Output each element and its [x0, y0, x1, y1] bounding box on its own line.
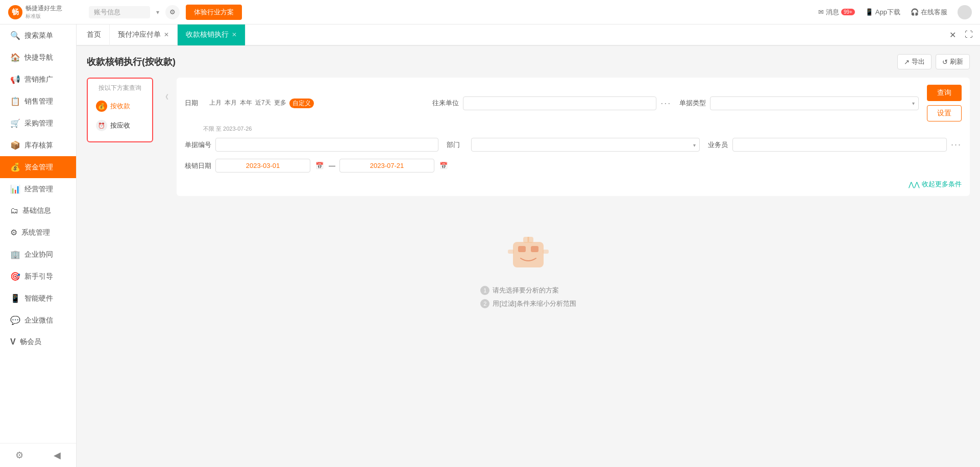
filter-option-by-receivable[interactable]: ⏰ 按应收 — [92, 117, 148, 134]
date-shortcut-this-year[interactable]: 本年 — [240, 99, 252, 108]
calendar-icon-end[interactable]: 📅 — [439, 162, 448, 169]
empty-tips: 1 请先选择要分析的方案 2 用[过滤]条件来缩小分析范围 — [480, 286, 576, 308]
date-hint-row: 不限 至 2023-07-26 — [203, 125, 962, 133]
counterpart-dots[interactable]: ··· — [660, 98, 671, 109]
tab-prepay-close[interactable]: ✕ — [164, 31, 169, 38]
header-account: 账号信息 — [89, 6, 150, 18]
message-btn[interactable]: ✉ 消息 99+ — [818, 8, 855, 17]
doc-type-select[interactable] — [710, 96, 919, 110]
verification-date-label: 核销日期 — [185, 161, 211, 170]
date-shortcuts: 上月 本月 本年 近7天 更多 自定义 — [209, 99, 314, 108]
filter-group-counterpart: 往来单位 ··· — [432, 96, 672, 110]
date-shortcut-custom[interactable]: 自定义 — [289, 99, 314, 108]
query-btn[interactable]: 查询 — [927, 85, 962, 101]
sidebar-item-search-menu[interactable]: 🔍 搜索菜单 — [0, 24, 76, 46]
tab-bar: 首页 预付冲应付单 ✕ 收款核销执行 ✕ ✕ ⛶ — [77, 24, 980, 46]
svg-rect-0 — [513, 242, 544, 267]
tip-text-1: 请先选择要分析的方案 — [493, 286, 559, 295]
online-service-btn[interactable]: 🎧 在线客服 — [911, 8, 947, 17]
trial-btn[interactable]: 体验行业方案 — [186, 5, 242, 20]
sidebar-item-inventory[interactable]: 📦 库存核算 — [0, 134, 76, 156]
sidebar-item-label: 资金管理 — [24, 163, 53, 172]
tab-close-all-btn[interactable]: ✕ — [945, 28, 960, 42]
service-label: 在线客服 — [921, 8, 947, 17]
tab-prepay[interactable]: 预付冲应付单 ✕ — [110, 24, 178, 45]
refresh-btn[interactable]: ↺ 刷新 — [936, 54, 970, 69]
date-shortcut-7days[interactable]: 近7天 — [255, 99, 271, 108]
user-avatar[interactable] — [958, 5, 972, 19]
verification-end-input[interactable] — [339, 159, 434, 173]
by-receipt-label: 按收款 — [110, 102, 130, 111]
date-shortcut-last-month[interactable]: 上月 — [209, 99, 222, 108]
empty-tip-1: 1 请先选择要分析的方案 — [480, 286, 576, 295]
tip-num-2: 2 — [480, 299, 489, 308]
sidebar-item-quick-nav[interactable]: 🏠 快捷导航 — [0, 46, 76, 68]
sidebar-item-smart-hw[interactable]: 📱 智能硬件 — [0, 287, 76, 309]
date-shortcut-more[interactable]: 更多 — [274, 99, 286, 108]
dept-select[interactable] — [471, 138, 700, 152]
doc-number-input[interactable] — [215, 138, 438, 152]
date-shortcut-this-month[interactable]: 本月 — [225, 99, 237, 108]
sidebar-item-label: 基础信息 — [22, 206, 51, 215]
collapse-chevrons: ⋀⋀ — [909, 181, 920, 188]
header-dropdown-icon[interactable]: ▾ — [156, 9, 159, 16]
collapse-more-label: 收起更多条件 — [922, 180, 962, 189]
filter-wrapper: 按以下方案查询 💰 按收款 ⏰ 按应收 《 — [87, 78, 970, 196]
sidebar-item-basic-info[interactable]: 🗂 基础信息 — [0, 200, 76, 222]
sidebar-collapse-btn[interactable]: ◀ — [54, 450, 61, 461]
quick-nav-icon: 🏠 — [10, 53, 20, 62]
sidebar-item-marketing[interactable]: 📢 营销推广 — [0, 68, 76, 90]
top-header: 畅 畅捷通好生意 标准版 账号信息 ▾ ⚙ 体验行业方案 ✉ 消息 99+ 📱 … — [0, 0, 980, 24]
export-btn[interactable]: ↗ 导出 — [897, 54, 932, 69]
sidebar-item-system[interactable]: ⚙ 系统管理 — [0, 222, 76, 243]
counterpart-input[interactable] — [463, 96, 657, 110]
sidebar-item-guide[interactable]: 🎯 新手引导 — [0, 265, 76, 287]
staff-dots[interactable]: ··· — [951, 139, 962, 150]
gear-icon: ⚙ — [169, 8, 176, 16]
filter-main: 日期 上月 本月 本年 近7天 更多 自定义 往来单位 — [177, 78, 970, 196]
logo-area: 畅 畅捷通好生意 标准版 — [8, 4, 85, 20]
sidebar-item-label: 新手引导 — [24, 272, 53, 281]
sidebar-item-operation[interactable]: 📊 经营管理 — [0, 178, 76, 200]
sidebar-item-enterprise[interactable]: 🏢 企业协同 — [0, 243, 76, 265]
filter-group-doc-number: 单据编号 — [185, 138, 438, 152]
message-icon: ✉ — [818, 8, 824, 16]
tab-receipt-label: 收款核销执行 — [186, 30, 229, 39]
sidebar-item-purchase[interactable]: 🛒 采购管理 — [0, 112, 76, 134]
refresh-icon: ↺ — [942, 58, 948, 66]
sidebar: 🔍 搜索菜单 🏠 快捷导航 📢 营销推广 📋 销售管理 🛒 采购管理 📦 库存核… — [0, 24, 77, 467]
tab-expand-btn[interactable]: ⛶ — [962, 28, 976, 42]
purchase-icon: 🛒 — [10, 118, 20, 128]
inventory-icon: 📦 — [10, 140, 20, 150]
date-range-sep: — — [329, 162, 335, 169]
sidebar-item-finance[interactable]: 💰 资金管理 — [0, 156, 76, 178]
staff-input[interactable] — [732, 138, 947, 152]
sidebar-item-member[interactable]: V 畅会员 — [0, 331, 76, 353]
sidebar-settings-btn[interactable]: ⚙ — [15, 450, 23, 461]
tab-home[interactable]: 首页 — [77, 24, 110, 45]
sidebar-item-sales[interactable]: 📋 销售管理 — [0, 90, 76, 112]
empty-tip-2: 2 用[过滤]条件来缩小分析范围 — [480, 299, 576, 308]
verification-start-input[interactable] — [215, 159, 310, 173]
tab-receipt-close[interactable]: ✕ — [232, 31, 237, 38]
tip-text-2: 用[过滤]条件来缩小分析范围 — [493, 299, 576, 308]
tab-receipt[interactable]: 收款核销执行 ✕ — [178, 24, 246, 45]
filter-collapse-btn[interactable]: 《 — [160, 82, 170, 112]
calendar-icon-start[interactable]: 📅 — [315, 162, 324, 169]
doc-type-select-wrap: ▾ — [710, 96, 919, 110]
tip-num-1: 1 — [480, 286, 489, 295]
header-gear-btn[interactable]: ⚙ — [165, 5, 180, 19]
sidebar-item-label: 搜索菜单 — [24, 31, 53, 40]
filter-group-date: 日期 上月 本月 本年 近7天 更多 自定义 — [185, 99, 424, 108]
by-receipt-icon: 💰 — [96, 101, 107, 112]
filter-option-by-receipt[interactable]: 💰 按收款 — [92, 97, 148, 115]
filter-row-2: 单据编号 部门 ▾ 业务员 — [185, 138, 962, 152]
filter-group-staff: 业务员 ··· — [708, 138, 962, 152]
by-receivable-label: 按应收 — [110, 121, 130, 130]
page-title-actions: ↗ 导出 ↺ 刷新 — [897, 54, 970, 69]
finance-icon: 💰 — [10, 162, 20, 172]
collapse-more-btn[interactable]: ⋀⋀ 收起更多条件 — [185, 180, 962, 189]
settings-btn[interactable]: 设置 — [927, 105, 962, 121]
app-download-btn[interactable]: 📱 App下载 — [865, 8, 900, 17]
sidebar-item-wechat[interactable]: 💬 企业微信 — [0, 309, 76, 331]
